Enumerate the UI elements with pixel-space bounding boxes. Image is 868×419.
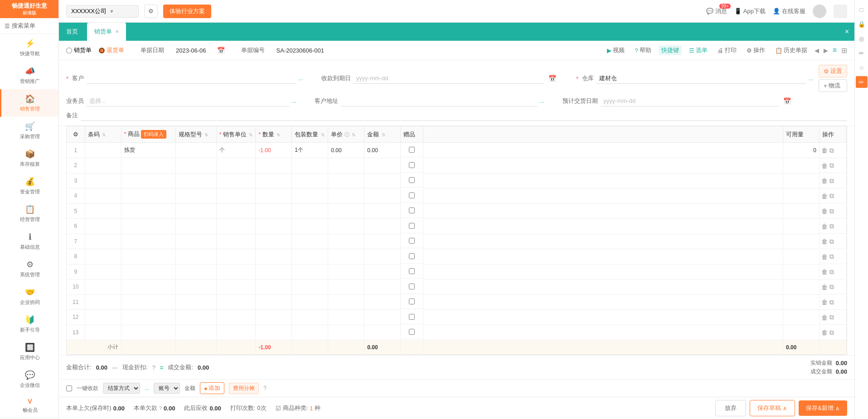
sidebar-item-apps[interactable]: 🔲 应用中心 — [0, 338, 58, 366]
row-price[interactable] — [328, 173, 364, 188]
gift-checkbox[interactable] — [409, 162, 415, 168]
barcode-input[interactable] — [88, 238, 118, 245]
warehouse-input[interactable] — [596, 73, 806, 84]
row-price[interactable]: 0.00 — [328, 143, 364, 158]
company-selector[interactable]: XXXXXX公司 ▼ — [66, 5, 139, 18]
row-spec[interactable] — [175, 158, 216, 173]
row-gift[interactable] — [401, 203, 423, 218]
row-barcode[interactable] — [85, 310, 121, 325]
copy-icon[interactable]: ⧉ — [829, 283, 834, 291]
row-spec[interactable] — [175, 264, 216, 279]
row-price[interactable] — [328, 264, 364, 279]
customer-addr-input[interactable] — [341, 96, 538, 106]
customer-addr-dots[interactable]: ... — [540, 98, 544, 104]
gift-checkbox[interactable] — [409, 207, 415, 213]
account-select[interactable]: 账号 — [154, 383, 180, 394]
rt-btn-2[interactable]: 🔒 — [856, 18, 868, 30]
nav-next-icon[interactable]: ▶ — [824, 47, 828, 54]
row-product[interactable] — [121, 264, 175, 279]
row-gift[interactable] — [401, 310, 423, 324]
row-amount[interactable] — [364, 249, 401, 265]
rt-btn-3[interactable]: ◎ — [856, 33, 868, 44]
barcode-input[interactable] — [88, 329, 118, 336]
row-amount[interactable]: 0.00 — [364, 143, 401, 158]
print-btn[interactable]: 🖨 打印 — [715, 45, 739, 55]
select-btn[interactable]: ☰ 选单 — [686, 45, 710, 55]
logistics-button[interactable]: + 物流 — [819, 79, 847, 92]
barcode-input[interactable] — [88, 193, 118, 199]
save-new-button[interactable]: 保存&新增 ∧ — [799, 400, 847, 416]
row-gift[interactable] — [401, 188, 423, 203]
sidebar-item-system[interactable]: ⚙ 系统管理 — [0, 255, 58, 283]
row-spec[interactable] — [175, 203, 216, 219]
online-service-button[interactable]: 👤 在线客服 — [773, 7, 805, 15]
fee-split-button[interactable]: 费用分摊 — [229, 383, 259, 394]
row-spec[interactable] — [175, 234, 216, 249]
row-qty[interactable] — [256, 234, 292, 249]
view-list-icon[interactable]: ≡ — [833, 46, 837, 54]
gift-checkbox[interactable] — [409, 329, 415, 335]
tab-active[interactable]: 销货单 × — [87, 23, 126, 41]
col-gear[interactable]: ⚙ — [67, 126, 85, 143]
remark-input[interactable] — [81, 110, 847, 121]
customer-input[interactable] — [87, 73, 296, 84]
row-qty[interactable] — [256, 173, 292, 188]
setting-button[interactable]: ⚙ 设置 — [819, 65, 847, 77]
row-amount[interactable] — [364, 325, 401, 340]
row-gift[interactable] — [401, 219, 423, 233]
row-qty[interactable] — [256, 203, 292, 219]
row-barcode[interactable] — [85, 203, 121, 219]
rt-btn-4[interactable]: ✏ — [856, 47, 868, 59]
row-barcode[interactable] — [85, 325, 121, 340]
row-barcode[interactable] — [85, 143, 121, 158]
sidebar-item-marketing[interactable]: 📣 营销推广 — [0, 62, 58, 89]
copy-icon[interactable]: ⧉ — [829, 313, 834, 321]
row-product[interactable] — [121, 310, 175, 325]
row-amount[interactable] — [364, 294, 401, 310]
operation-btn[interactable]: ⚙ 操作 — [744, 45, 768, 55]
unit-sort-icon[interactable]: ⇅ — [249, 132, 252, 137]
row-qty[interactable] — [256, 219, 292, 234]
delete-icon[interactable]: 🗑 — [821, 223, 828, 230]
row-qty[interactable] — [256, 158, 292, 173]
help-circle-icon[interactable]: ? — [152, 364, 155, 371]
copy-icon[interactable]: ⧉ — [829, 192, 834, 200]
due-date-input[interactable] — [354, 73, 544, 84]
gift-checkbox[interactable] — [409, 314, 415, 320]
gift-checkbox[interactable] — [409, 268, 415, 274]
row-gift[interactable] — [401, 279, 423, 294]
copy-icon[interactable]: ⧉ — [829, 253, 834, 260]
row-product[interactable] — [121, 158, 175, 173]
row-amount[interactable] — [364, 234, 401, 249]
add-payment-button[interactable]: ● 添加 — [200, 382, 224, 394]
checkbox-kind-icon[interactable]: ☑ — [276, 405, 281, 412]
barcode-input[interactable] — [88, 299, 118, 305]
delete-icon[interactable]: 🗑 — [821, 329, 828, 336]
row-product[interactable] — [121, 234, 175, 249]
row-gift[interactable] — [401, 294, 423, 309]
barcode-input[interactable] — [88, 162, 118, 169]
row-barcode[interactable] — [85, 279, 121, 295]
row-barcode[interactable] — [85, 188, 121, 204]
barcode-input[interactable] — [88, 208, 118, 214]
row-product[interactable] — [121, 173, 175, 188]
row-product[interactable] — [121, 219, 175, 234]
row-amount[interactable] — [364, 264, 401, 279]
row-amount[interactable] — [364, 310, 401, 325]
gift-checkbox[interactable] — [409, 299, 415, 304]
sidebar-item-sales[interactable]: 🏠 销售管理 — [0, 89, 58, 117]
rt-btn-1[interactable]: □ — [856, 4, 868, 15]
row-amount[interactable] — [364, 203, 401, 219]
total-owe-help[interactable]: ? — [159, 405, 162, 411]
row-price[interactable] — [328, 234, 364, 249]
barcode-input[interactable] — [88, 314, 118, 320]
gift-checkbox[interactable] — [409, 253, 415, 259]
col-settings-icon[interactable]: ⚙ — [73, 131, 78, 138]
due-date-calendar-icon[interactable]: 📅 — [547, 75, 558, 82]
message-button[interactable]: 💬 消息 99+ — [706, 7, 727, 15]
barcode-input[interactable] — [88, 284, 118, 290]
barcode-input[interactable] — [88, 147, 118, 154]
pkg-sort-icon[interactable]: ⇅ — [321, 132, 325, 137]
row-qty[interactable] — [256, 264, 292, 279]
copy-icon[interactable]: ⧉ — [829, 147, 834, 154]
